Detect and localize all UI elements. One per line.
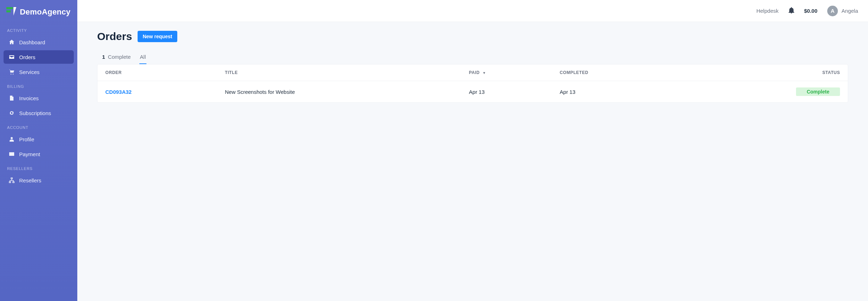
user-icon [9, 136, 15, 142]
topbar: Helpdesk $0.00 A Angela [77, 0, 868, 22]
sidebar-item-label: Orders [19, 54, 35, 60]
main-area: Helpdesk $0.00 A Angela Orders New reque… [77, 0, 868, 301]
helpdesk-link[interactable]: Helpdesk [756, 8, 779, 14]
sidebar-item-invoices[interactable]: Invoices [4, 91, 74, 105]
home-icon [9, 39, 15, 45]
sidebar-section-activity: ACTIVITY [0, 23, 77, 35]
sidebar-item-label: Invoices [19, 95, 39, 101]
sidebar-item-payment[interactable]: Payment [4, 147, 74, 161]
sidebar-item-profile[interactable]: Profile [4, 132, 74, 146]
svg-rect-0 [6, 7, 13, 9]
brand-name: DemoAgency [20, 7, 71, 17]
svg-marker-2 [13, 7, 16, 16]
sidebar-item-label: Subscriptions [19, 110, 51, 116]
balance-amount: $0.00 [804, 8, 818, 14]
tab-complete[interactable]: 1 Complete [101, 52, 132, 64]
order-title: New Screenshots for Website [217, 81, 461, 103]
col-title[interactable]: TITLE [217, 64, 461, 81]
tab-all[interactable]: All [139, 52, 147, 64]
brand-logo-icon [6, 7, 16, 17]
bell-icon [789, 7, 794, 13]
user-menu[interactable]: A Angela [827, 6, 858, 16]
status-badge: Complete [796, 87, 840, 96]
avatar: A [827, 6, 838, 16]
notifications-button[interactable] [789, 7, 794, 15]
sidebar-item-subscriptions[interactable]: Subscriptions [4, 106, 74, 120]
tab-count: 1 [102, 54, 105, 60]
orders-table-card: ORDER TITLE PAID ▾ COMPLETED STATUS CD09… [97, 64, 848, 103]
page-head: Orders New request [97, 30, 848, 42]
sidebar-item-label: Payment [19, 151, 40, 157]
sort-desc-icon: ▾ [483, 71, 485, 75]
cart-icon [9, 69, 15, 75]
sidebar-item-label: Dashboard [19, 39, 45, 45]
order-paid: Apr 13 [461, 81, 552, 103]
order-completed: Apr 13 [552, 81, 678, 103]
col-status[interactable]: STATUS [678, 64, 848, 81]
tab-label: All [140, 54, 146, 60]
orders-table: ORDER TITLE PAID ▾ COMPLETED STATUS CD09… [98, 64, 848, 102]
sidebar-item-dashboard[interactable]: Dashboard [4, 35, 74, 49]
sidebar-section-resellers: RESELLERS [0, 161, 77, 173]
refresh-icon [9, 110, 15, 116]
sidebar-item-orders[interactable]: Orders [4, 50, 74, 64]
username: Angela [841, 8, 858, 14]
sidebar-section-billing: BILLING [0, 79, 77, 91]
sidebar-item-resellers[interactable]: Resellers [4, 174, 74, 187]
content: Orders New request 1 Complete All ORDER … [77, 22, 868, 111]
col-paid-label: PAID [469, 70, 480, 75]
tab-label: Complete [108, 54, 130, 60]
sidebar-item-label: Profile [19, 136, 34, 142]
order-link[interactable]: CD093A32 [105, 89, 132, 95]
tabs: 1 Complete All [97, 50, 848, 64]
col-order[interactable]: ORDER [98, 64, 217, 81]
file-icon [9, 95, 15, 101]
card-icon [9, 151, 15, 157]
col-paid[interactable]: PAID ▾ [461, 64, 552, 81]
sidebar-item-label: Resellers [19, 177, 41, 183]
sidebar-item-services[interactable]: Services [4, 65, 74, 79]
sidebar-section-account: ACCOUNT [0, 120, 77, 132]
new-request-button[interactable]: New request [138, 31, 177, 42]
inbox-icon [9, 54, 15, 60]
table-row[interactable]: CD093A32 New Screenshots for Website Apr… [98, 81, 848, 103]
brand[interactable]: DemoAgency [0, 5, 77, 23]
sidebar: DemoAgency ACTIVITY Dashboard Orders Ser… [0, 0, 77, 301]
sidebar-item-label: Services [19, 69, 40, 75]
svg-rect-1 [6, 10, 11, 12]
col-completed[interactable]: COMPLETED [552, 64, 678, 81]
network-icon [9, 177, 15, 183]
page-title: Orders [97, 30, 132, 42]
